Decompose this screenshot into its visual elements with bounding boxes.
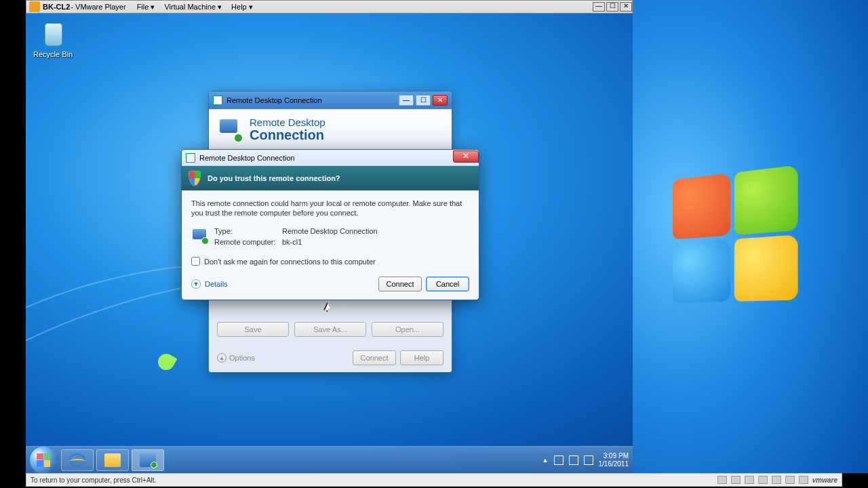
vmware-app-icon xyxy=(29,1,40,12)
vmware-titlebar: BK-CL2 - VMware Player File ▾ Virtual Ma… xyxy=(26,0,633,14)
folder-icon xyxy=(104,453,121,467)
vmware-title-host: BK-CL2 xyxy=(43,3,70,11)
trust-dont-ask-checkbox[interactable] xyxy=(191,257,200,266)
vmware-device-icon[interactable] xyxy=(717,476,727,484)
tray-flag-icon[interactable] xyxy=(554,455,564,465)
vmware-status-hint: To return to your computer, press Ctrl+A… xyxy=(31,476,156,484)
recycle-bin[interactable]: Recycle Bin xyxy=(33,19,73,58)
system-tray: ▲ 3:09 PM 1/16/2011 xyxy=(542,452,629,468)
tray-network-icon[interactable] xyxy=(569,455,578,465)
rdc-close-button[interactable]: ✕ xyxy=(433,95,448,106)
trust-cancel-button[interactable]: Cancel xyxy=(426,277,469,291)
windows-logo-icon xyxy=(673,165,798,303)
vmware-device-icon[interactable] xyxy=(745,476,754,484)
rdc-options-toggle: ▲ Options xyxy=(217,353,255,363)
rdc-open-button: Open... xyxy=(372,322,443,337)
rdc-save-as-button: Save As... xyxy=(294,322,366,337)
taskbar-clock[interactable]: 3:09 PM 1/16/2011 xyxy=(599,452,629,468)
start-button[interactable] xyxy=(30,447,57,474)
rdc-save-button: Save xyxy=(217,322,289,337)
trust-warning-text: This remote connection could harm your l… xyxy=(191,199,469,218)
rdc-titlebar-icon xyxy=(186,153,195,163)
rdc-connect-button: Connect xyxy=(353,350,396,365)
recycle-bin-label: Recycle Bin xyxy=(33,50,73,58)
rdc-maximize-button[interactable]: ☐ xyxy=(416,95,431,106)
trust-title: Remote Desktop Connection xyxy=(199,154,295,162)
menu-virtual-machine[interactable]: Virtual Machine ▾ xyxy=(160,1,226,13)
menu-file[interactable]: File ▾ xyxy=(133,1,159,13)
trust-close-button[interactable]: ✕ xyxy=(453,150,479,163)
trust-checkbox-label: Don't ask me again for connections to th… xyxy=(204,258,376,266)
vmware-brand-label: vmware xyxy=(812,476,837,484)
rdc-main-title: Remote Desktop Connection xyxy=(226,96,322,104)
trust-computer-value: bk-cl1 xyxy=(282,238,469,246)
trust-dialog: Remote Desktop Connection ✕ Do you trust… xyxy=(181,149,479,300)
vmware-minimize-button[interactable]: — xyxy=(593,2,605,12)
ie-icon xyxy=(69,453,85,467)
chevron-down-icon: ▼ xyxy=(191,279,201,289)
rdc-minimize-button[interactable]: — xyxy=(399,95,414,106)
vmware-device-icon[interactable] xyxy=(785,476,795,484)
rdc-header-icon xyxy=(217,117,243,142)
rdc-header-line2: Connection xyxy=(250,128,326,142)
recycle-bin-icon xyxy=(39,19,66,49)
vmware-device-icon[interactable] xyxy=(731,476,741,484)
rdc-connection-icon xyxy=(191,227,209,245)
vmware-title-app: - VMware Player xyxy=(71,3,125,11)
trust-details-toggle[interactable]: ▼ Details xyxy=(191,279,228,289)
windows-flag-icon xyxy=(37,453,50,467)
tray-overflow-icon[interactable]: ▲ xyxy=(542,457,549,464)
rdc-main-titlebar[interactable]: Remote Desktop Connection — ☐ ✕ xyxy=(209,92,452,109)
vmware-device-icon[interactable] xyxy=(799,476,808,484)
guest-desktop[interactable]: Recycle Bin Remote Desktop Connection — … xyxy=(26,14,633,473)
trust-type-value: Remote Desktop Connection xyxy=(282,227,469,235)
trust-connect-button[interactable]: Connect xyxy=(378,277,422,291)
taskbar-rdc-button[interactable] xyxy=(132,449,164,471)
rdc-header: Remote Desktop Connection xyxy=(209,109,452,150)
vmware-close-button[interactable]: ✕ xyxy=(620,2,632,12)
trust-question: Do you trust this remote connection? xyxy=(208,174,340,182)
vmware-status-bar: To return to your computer, press Ctrl+A… xyxy=(26,473,842,487)
tray-volume-icon[interactable] xyxy=(584,455,593,465)
shield-icon xyxy=(189,171,201,186)
chevron-up-icon: ▲ xyxy=(217,353,226,363)
vmware-device-icon[interactable] xyxy=(758,476,768,484)
trust-type-label: Type: xyxy=(214,227,282,235)
trust-computer-label: Remote computer: xyxy=(214,238,282,246)
trust-header-bar: Do you trust this remote connection? xyxy=(182,166,479,190)
rdc-header-line1: Remote Desktop xyxy=(250,117,326,128)
rdc-help-button: Help xyxy=(400,350,443,365)
vmware-device-icon[interactable] xyxy=(772,476,781,484)
menu-help[interactable]: Help ▾ xyxy=(227,1,257,13)
vmware-menu-bar: File ▾ Virtual Machine ▾ Help ▾ xyxy=(133,1,257,13)
vmware-maximize-button[interactable]: ☐ xyxy=(606,2,618,12)
taskbar: ▲ 3:09 PM 1/16/2011 xyxy=(26,446,633,473)
rdc-icon xyxy=(140,453,156,467)
rdc-titlebar-icon xyxy=(213,96,222,105)
taskbar-ie-button[interactable] xyxy=(61,449,94,471)
taskbar-explorer-button[interactable] xyxy=(96,449,129,471)
trust-titlebar[interactable]: Remote Desktop Connection ✕ xyxy=(182,150,479,166)
